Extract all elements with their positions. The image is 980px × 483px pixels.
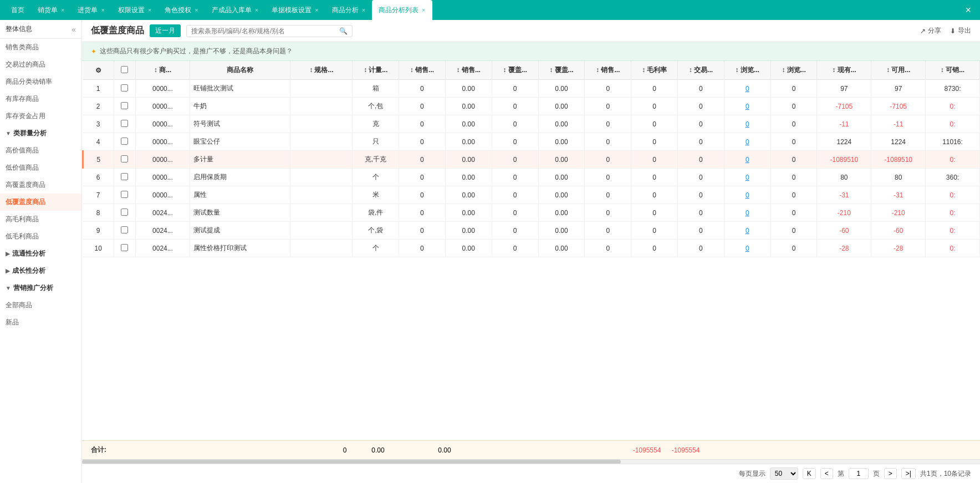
table-wrapper[interactable]: ⚙ ↕ 商... 商品名称 ↕ 规格... [82, 61, 980, 440]
nav-item-analysis-list[interactable]: 商品分析列表 × [372, 0, 432, 20]
row-checkbox[interactable] [121, 191, 128, 198]
nav-item-sales[interactable]: 销货单 × [31, 0, 71, 20]
nav-label-analysis-list: 商品分析列表 [379, 6, 418, 15]
cell-gross: 0 [631, 151, 678, 169]
nav-item-permissions[interactable]: 权限设置 × [111, 0, 158, 20]
sidebar-item-stock-capital[interactable]: 库存资金占用 [0, 108, 81, 125]
sidebar-item-new-products[interactable]: 新品 [0, 314, 81, 331]
cell-view1[interactable]: 0 [724, 186, 770, 204]
cell-view1[interactable]: 0 [724, 98, 770, 115]
sidebar-group-growth[interactable]: ▶ 成长性分析 [0, 262, 81, 279]
cell-check[interactable] [114, 204, 135, 222]
cell-cover1: 0 [492, 204, 538, 222]
nav-close-roles[interactable]: × [195, 7, 198, 13]
sidebar-item-sales-products[interactable]: 销售类商品 [0, 39, 81, 56]
row-checkbox[interactable] [121, 155, 128, 162]
cell-spec [290, 151, 353, 169]
cell-check[interactable] [114, 98, 135, 115]
chevron-right-icon: ▶ [6, 251, 10, 257]
export-button[interactable]: ⬇ 导出 [950, 26, 971, 35]
cell-gross: 0 [631, 133, 678, 151]
cell-view1[interactable]: 0 [724, 240, 770, 257]
nav-item-roles[interactable]: 角色授权 × [158, 0, 205, 20]
sidebar-item-traded[interactable]: 交易过的商品 [0, 56, 81, 73]
cell-check[interactable] [114, 222, 135, 240]
sidebar-group-marketing[interactable]: ▼ 营销推广分析 [0, 279, 81, 297]
sidebar-item-in-stock[interactable]: 有库存商品 [0, 90, 81, 108]
cell-trade: 0 [677, 133, 724, 151]
sidebar-collapse-button[interactable]: « [72, 25, 76, 34]
banner-text: 这些商品只有很少客户购买过，是推广不够，还是商品本身问题？ [100, 47, 293, 56]
window-close-button[interactable]: × [961, 4, 976, 16]
cell-sellable: 11016: [926, 133, 980, 151]
cell-view1[interactable]: 0 [724, 80, 770, 98]
row-checkbox[interactable] [121, 102, 128, 109]
sidebar-item-high-gross[interactable]: 高毛利商品 [0, 211, 81, 228]
sidebar-item-low-gross[interactable]: 低毛利商品 [0, 228, 81, 245]
nav-close-sales[interactable]: × [61, 7, 64, 13]
search-box[interactable]: 🔍 [186, 25, 353, 37]
cell-cur: -1089510 [817, 151, 871, 169]
horizontal-scrollbar[interactable] [82, 459, 980, 464]
nav-label-purchase: 进货单 [78, 6, 98, 15]
cell-code: 0000... [135, 98, 190, 115]
nav-item-templates[interactable]: 单据模板设置 × [265, 0, 325, 20]
select-all-checkbox[interactable] [121, 66, 128, 73]
cell-spec [290, 222, 353, 240]
nav-close-templates[interactable]: × [315, 7, 318, 13]
first-page-button[interactable]: K [803, 468, 816, 479]
sidebar-item-low-value[interactable]: 低价值商品 [0, 159, 81, 176]
nav-item-home[interactable]: 首页 [4, 0, 31, 20]
nav-item-purchase[interactable]: 进货单 × [71, 0, 111, 20]
settings-icon[interactable]: ⚙ [95, 67, 101, 74]
nav-item-analysis[interactable]: 商品分析 × [325, 0, 372, 20]
search-input[interactable] [191, 27, 339, 35]
cell-cur: -210 [817, 204, 871, 222]
last-page-button[interactable]: >| [901, 468, 916, 479]
nav-close-analysis-list[interactable]: × [422, 7, 425, 13]
cell-check[interactable] [114, 169, 135, 186]
sidebar-group-liquidity[interactable]: ▶ 流通性分析 [0, 245, 81, 262]
row-checkbox[interactable] [121, 244, 128, 251]
cell-check[interactable] [114, 151, 135, 169]
nav-label-templates: 单据模板设置 [272, 6, 312, 15]
nav-close-products[interactable]: × [255, 7, 258, 13]
row-checkbox[interactable] [121, 173, 128, 180]
cell-view1[interactable]: 0 [724, 169, 770, 186]
cell-view1[interactable]: 0 [724, 222, 770, 240]
sidebar-item-category-rate[interactable]: 商品分类动销率 [0, 73, 81, 90]
cell-avail: -1089510 [871, 151, 926, 169]
nav-item-products[interactable]: 产成品入库单 × [205, 0, 265, 20]
cell-check[interactable] [114, 133, 135, 151]
row-checkbox[interactable] [121, 84, 128, 91]
sidebar-item-high-coverage[interactable]: 高覆盖度商品 [0, 176, 81, 194]
cell-view1[interactable]: 0 [724, 151, 770, 169]
page-size-select[interactable]: 50 100 200 [770, 467, 798, 480]
cell-spec [290, 169, 353, 186]
row-checkbox[interactable] [121, 138, 128, 145]
nav-close-permissions[interactable]: × [148, 7, 151, 13]
cell-view1[interactable]: 0 [724, 115, 770, 133]
prev-page-button[interactable]: < [820, 468, 833, 479]
table-row: 6 0000... 启用保质期 个 0 0.00 0 0.00 0 0 0 0 … [83, 169, 980, 186]
cell-view1[interactable]: 0 [724, 133, 770, 151]
cell-view1[interactable]: 0 [724, 204, 770, 222]
nav-label-products: 产成品入库单 [212, 6, 252, 15]
time-filter-button[interactable]: 近一月 [150, 24, 181, 37]
next-page-button[interactable]: > [884, 468, 897, 479]
sidebar-item-all-products[interactable]: 全部商品 [0, 297, 81, 314]
cell-check[interactable] [114, 186, 135, 204]
nav-close-analysis[interactable]: × [362, 7, 365, 13]
cell-check[interactable] [114, 80, 135, 98]
row-checkbox[interactable] [121, 120, 128, 127]
row-checkbox[interactable] [121, 209, 128, 216]
share-button[interactable]: ↗ 分享 [920, 26, 941, 35]
page-input[interactable] [849, 468, 869, 479]
row-checkbox[interactable] [121, 226, 128, 233]
cell-check[interactable] [114, 240, 135, 257]
sidebar-item-high-value[interactable]: 高价值商品 [0, 142, 81, 159]
nav-close-purchase[interactable]: × [101, 7, 104, 13]
sidebar-item-low-coverage[interactable]: 低覆盖度商品 [0, 194, 81, 211]
cell-check[interactable] [114, 115, 135, 133]
sidebar-group-cluster[interactable]: ▼ 类群量分析 [0, 125, 81, 142]
